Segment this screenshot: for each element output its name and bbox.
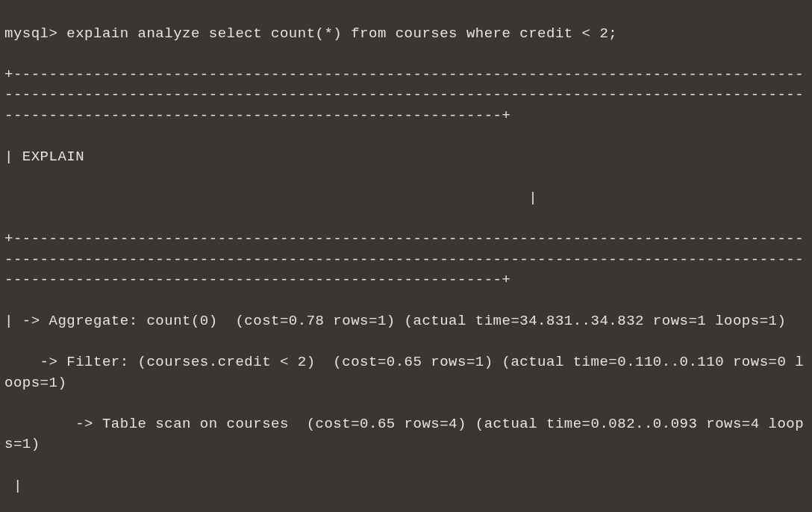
explain-plan-tablescan: -> Table scan on courses (cost=0.65 rows… bbox=[4, 414, 808, 455]
table-header: | EXPLAIN bbox=[4, 147, 808, 168]
table-border-top: +---------------------------------------… bbox=[4, 65, 808, 127]
terminal-output: mysql> explain analyze select count(*) f… bbox=[4, 3, 808, 512]
explain-plan-filter: -> Filter: (courses.credit < 2) (cost=0.… bbox=[4, 352, 808, 393]
table-border-mid: +---------------------------------------… bbox=[4, 229, 808, 291]
table-header-end: | bbox=[4, 188, 808, 209]
explain-plan-end: | bbox=[4, 476, 808, 497]
sql-prompt-line: mysql> explain analyze select count(*) f… bbox=[4, 24, 808, 45]
explain-plan-aggregate: | -> Aggregate: count(0) (cost=0.78 rows… bbox=[4, 311, 808, 332]
